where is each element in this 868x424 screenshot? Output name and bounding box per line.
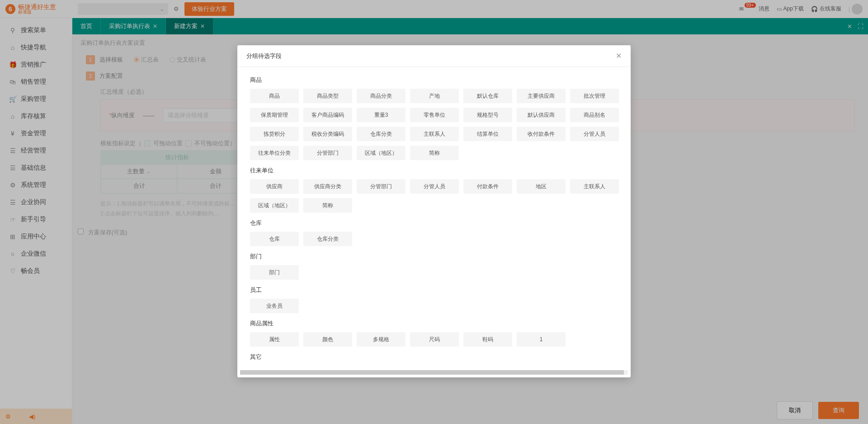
chip-0-0[interactable]: 商品 [250, 89, 299, 103]
modal-h-scrollbar[interactable] [240, 370, 628, 375]
chip-0-6[interactable]: 批次管理 [570, 89, 619, 103]
chip-group-4: 业务员 [250, 299, 622, 313]
chip-5-0[interactable]: 属性 [250, 332, 299, 347]
group-title-2: 仓库 [250, 219, 622, 227]
chip-0-1[interactable]: 商品类型 [303, 89, 352, 103]
group-title-3: 部门 [250, 252, 622, 261]
chip-0-10[interactable]: 零售单位 [410, 108, 459, 122]
chip-5-5[interactable]: 1 [517, 332, 566, 347]
chip-0-22[interactable]: 分管部门 [303, 146, 352, 160]
chip-0-12[interactable]: 默认供应商 [517, 108, 566, 122]
chip-group-2: 仓库仓库分类 [250, 232, 622, 246]
chip-2-0[interactable]: 仓库 [250, 232, 299, 246]
chip-1-8[interactable]: 简称 [303, 198, 352, 213]
close-icon[interactable]: ✕ [616, 52, 622, 60]
chip-5-2[interactable]: 多规格 [357, 332, 406, 347]
field-selector-modal: 分组待选字段 ✕ 商品商品商品类型商品分类产地默认仓库主要供应商批次管理保质期管… [237, 45, 631, 377]
chip-0-18[interactable]: 结算单位 [463, 127, 512, 141]
chip-group-0: 商品商品类型商品分类产地默认仓库主要供应商批次管理保质期管理客户商品编码重量3零… [250, 89, 622, 160]
chip-group-1: 供应商供应商分类分管部门分管人员付款条件地区主联系人区域（地区）简称 [250, 179, 622, 213]
chip-1-2[interactable]: 分管部门 [357, 179, 406, 194]
group-title-0: 商品 [250, 76, 622, 84]
chip-0-14[interactable]: 拣货积分 [250, 127, 299, 141]
chip-0-8[interactable]: 客户商品编码 [303, 108, 352, 122]
chip-0-4[interactable]: 默认仓库 [463, 89, 512, 103]
chip-0-5[interactable]: 主要供应商 [517, 89, 566, 103]
chip-1-3[interactable]: 分管人员 [410, 179, 459, 194]
chip-1-6[interactable]: 主联系人 [570, 179, 619, 194]
chip-0-24[interactable]: 简称 [410, 146, 459, 160]
chip-0-23[interactable]: 区域（地区） [357, 146, 406, 160]
chip-1-4[interactable]: 付款条件 [463, 179, 512, 194]
chip-0-11[interactable]: 规格型号 [463, 108, 512, 122]
group-title-6: 其它 [250, 353, 622, 361]
chip-group-3: 部门 [250, 265, 622, 280]
chip-2-1[interactable]: 仓库分类 [303, 232, 352, 246]
group-title-1: 往来单位 [250, 167, 622, 175]
chip-1-1[interactable]: 供应商分类 [303, 179, 352, 194]
chip-0-15[interactable]: 税收分类编码 [303, 127, 352, 141]
chip-5-3[interactable]: 尺码 [410, 332, 459, 347]
chip-4-0[interactable]: 业务员 [250, 299, 299, 313]
chip-0-2[interactable]: 商品分类 [357, 89, 406, 103]
chip-5-1[interactable]: 颜色 [303, 332, 352, 347]
chip-0-16[interactable]: 仓库分类 [357, 127, 406, 141]
chip-1-5[interactable]: 地区 [517, 179, 566, 194]
chip-1-7[interactable]: 区域（地区） [250, 198, 299, 213]
modal-header: 分组待选字段 ✕ [237, 45, 631, 67]
group-title-5: 商品属性 [250, 319, 622, 328]
modal-body: 商品商品商品类型商品分类产地默认仓库主要供应商批次管理保质期管理客户商品编码重量… [237, 67, 631, 370]
chip-0-20[interactable]: 分管人员 [570, 127, 619, 141]
chip-0-3[interactable]: 产地 [410, 89, 459, 103]
chip-0-21[interactable]: 往来单位分类 [250, 146, 299, 160]
chip-0-9[interactable]: 重量3 [357, 108, 406, 122]
chip-1-0[interactable]: 供应商 [250, 179, 299, 194]
modal-title: 分组待选字段 [246, 52, 282, 60]
chip-0-17[interactable]: 主联系人 [410, 127, 459, 141]
chip-5-4[interactable]: 鞋码 [463, 332, 512, 347]
chip-0-19[interactable]: 收付款条件 [517, 127, 566, 141]
chip-0-7[interactable]: 保质期管理 [250, 108, 299, 122]
chip-3-0[interactable]: 部门 [250, 265, 299, 280]
chip-0-13[interactable]: 商品别名 [570, 108, 619, 122]
chip-group-5: 属性颜色多规格尺码鞋码1 [250, 332, 622, 347]
group-title-4: 员工 [250, 286, 622, 294]
